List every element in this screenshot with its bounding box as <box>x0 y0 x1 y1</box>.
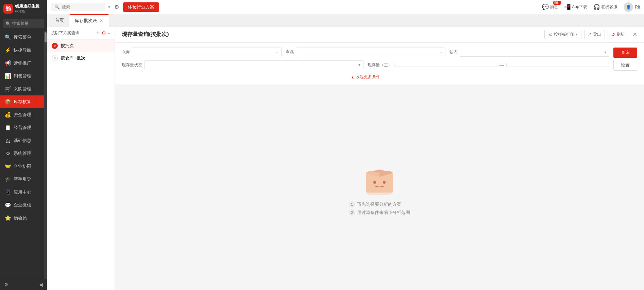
content-area: 按以下方案查询 + ⚙ « ↻ 按批次 ↻ 按 <box>47 26 644 290</box>
collapse-filter-btn[interactable]: ▲ 收起更多条件 <box>122 73 609 81</box>
tab-home[interactable]: 首页 <box>50 14 69 26</box>
topbar-search-icon: 🔍 <box>54 4 60 10</box>
experience-btn[interactable]: 体验行业方案 <box>123 2 159 12</box>
filter-row-1: 仓库 ··· 商品 ··· <box>122 48 609 57</box>
empty-illustration <box>359 159 400 197</box>
finance-icon: 💰 <box>5 112 11 118</box>
sidebar-title-block: 畅康通好生意 标准版 <box>15 3 39 14</box>
product-label: 商品 <box>286 50 294 55</box>
messages-action[interactable]: 💬 消息 99+ <box>542 4 558 10</box>
user-avatar-area[interactable]: 👤 Rit <box>624 2 640 12</box>
tab-inventory-batch[interactable]: 库存批次账 ✕ <box>69 14 109 26</box>
add-plan-btn[interactable]: + <box>96 30 99 36</box>
tab-close-btn[interactable]: ✕ <box>99 18 104 23</box>
newbie-icon: 🎓 <box>5 176 11 182</box>
sidebar-item-inventory[interactable]: 📦库存核算 <box>0 95 44 108</box>
stock-status-select[interactable]: ▾ <box>144 60 363 69</box>
empty-hint-2: 2 用过滤条件来缩小分析范围 <box>349 210 410 216</box>
operation-icon: 📋 <box>5 125 11 131</box>
sidebar-item-label: 基础信息 <box>14 138 31 144</box>
topbar-right: 💬 消息 99+ 📲 App下载 🎧 在线客服 👤 Rit <box>542 2 640 12</box>
sidebar-item-label: 资金管理 <box>14 112 31 118</box>
main-area: 🔍 ▾ ⚙ 体验行业方案 💬 消息 99+ 📲 App下载 🎧 在线客服 👤 <box>47 0 644 290</box>
sidebar-header: 畅 畅康通好生意 标准版 <box>0 0 47 16</box>
stock-status-label: 现存量状态 <box>122 62 142 68</box>
company-name: 畅康通好生意 <box>15 3 39 9</box>
refresh-btn[interactable]: ↺ 刷新 <box>608 30 628 39</box>
right-panel: 现存量查询(按批次) 🖨 按模板打印 ▾ ↗ 导出 ↺ 刷新 <box>115 26 644 290</box>
sidebar-item-search-menu[interactable]: 🔍搜索菜单 <box>0 31 44 44</box>
plan-icon-active: ↻ <box>52 43 58 49</box>
left-panel-actions: + ⚙ « <box>96 30 111 36</box>
tab-bar: 首页 库存批次账 ✕ <box>47 14 644 26</box>
app-download-icon: 📲 <box>564 4 571 10</box>
warehouse-label: 仓库 <box>122 50 130 55</box>
sidebar-item-sales[interactable]: 📊销售管理 <box>0 70 44 83</box>
sidebar-item-enterprise[interactable]: 🤝企业协同 <box>0 160 44 173</box>
quick-nav-icon: ⚡ <box>5 47 11 53</box>
status-arrow-icon: ▾ <box>604 50 606 55</box>
sidebar-item-basic[interactable]: 🗂基础信息 <box>0 134 44 147</box>
online-service-icon: 🎧 <box>593 4 600 10</box>
inventory-icon: 📦 <box>5 99 11 105</box>
topbar-search-input[interactable] <box>62 5 102 10</box>
status-select[interactable]: ▾ <box>460 48 609 57</box>
topbar-settings-icon[interactable]: ⚙ <box>114 4 119 10</box>
sidebar-item-member[interactable]: ⭐畅会员 <box>0 212 44 224</box>
product-dots-icon[interactable]: ··· <box>438 50 442 55</box>
filter-buttons: 查询 设置 <box>613 48 637 71</box>
sidebar-item-label: 销售管理 <box>14 73 31 79</box>
stock-qty-filter-group: 现存量（主） — <box>368 62 609 68</box>
bottom-collapse-icon[interactable]: ◀ <box>39 282 43 287</box>
plan-list: ↻ 按批次 ↻ 按仓库+批次 <box>47 40 115 64</box>
settings-btn[interactable]: 设置 <box>613 60 637 71</box>
plan-by-warehouse-batch[interactable]: ↻ 按仓库+批次 <box>47 52 115 64</box>
plan-settings-btn[interactable]: ⚙ <box>102 30 106 36</box>
bottom-settings-icon[interactable]: ⚙ <box>4 282 9 287</box>
sidebar-item-finance[interactable]: 💰资金管理 <box>0 108 44 121</box>
export-btn[interactable]: ↗ 导出 <box>584 30 605 39</box>
panel-close-icon[interactable]: ✕ <box>632 31 637 38</box>
topbar-dropdown-icon[interactable]: ▾ <box>108 5 110 10</box>
empty-hint-1: 1 请先选择要分析的方案 <box>349 201 410 207</box>
query-btn[interactable]: 查询 <box>613 48 637 58</box>
print-icon: 🖨 <box>548 32 553 37</box>
product-input[interactable]: ··· <box>296 48 445 57</box>
sidebar-item-quick-nav[interactable]: ⚡快捷导航 <box>0 44 44 57</box>
sidebar-item-system[interactable]: ⚙系统管理 <box>0 147 44 160</box>
stock-qty-max[interactable] <box>506 63 610 67</box>
search-label: 搜索菜单 <box>12 21 29 26</box>
stock-qty-min[interactable] <box>394 63 497 67</box>
warehouse-dots-icon[interactable]: ··· <box>274 50 278 55</box>
basic-icon: 🗂 <box>5 138 11 144</box>
plan-by-batch[interactable]: ↻ 按批次 <box>47 40 115 52</box>
page-header-actions: 🖨 按模板打印 ▾ ↗ 导出 ↺ 刷新 ✕ <box>544 30 637 39</box>
hint-text-2: 用过滤条件来缩小分析范围 <box>357 210 410 216</box>
sidebar-item-label: 采购管理 <box>14 86 31 92</box>
export-icon: ↗ <box>588 32 592 37</box>
sidebar-item-purchase[interactable]: 🛒采购管理 <box>0 83 44 95</box>
sidebar-item-label: 快捷导航 <box>14 47 31 53</box>
online-service-action[interactable]: 🎧 在线客服 <box>593 4 617 10</box>
stock-status-filter-group: 现存量状态 ▾ <box>122 60 363 69</box>
page-title: 现存量查询(按批次) <box>122 31 169 38</box>
sidebar-item-wechat[interactable]: 💬企业微信 <box>0 199 44 212</box>
sidebar-item-newbie[interactable]: 🎓新手引导 <box>0 173 44 186</box>
svg-point-5 <box>373 181 376 184</box>
print-btn[interactable]: 🖨 按模板打印 ▾ <box>544 30 581 39</box>
svg-point-6 <box>383 181 386 184</box>
warehouse-input[interactable]: ··· <box>132 48 282 57</box>
print-label: 按模板打印 <box>554 32 574 37</box>
sidebar-item-app-center[interactable]: 📱应用中心 <box>0 186 44 199</box>
topbar-search-box[interactable]: 🔍 <box>51 3 105 11</box>
message-label: 消息 <box>550 4 558 10</box>
print-dropdown-icon[interactable]: ▾ <box>576 32 578 37</box>
sidebar-item-operation[interactable]: 📋经营管理 <box>0 121 44 134</box>
sidebar-item-marketing[interactable]: 📢营销推广 <box>0 57 44 70</box>
left-panel-collapse-btn[interactable]: « <box>108 31 111 36</box>
app-download-action[interactable]: 📲 App下载 <box>564 4 587 10</box>
sidebar-search[interactable]: 🔍 搜索菜单 <box>3 19 44 28</box>
avatar: 👤 <box>624 2 633 12</box>
product-filter-group: 商品 ··· <box>286 48 445 57</box>
plan-by-batch-label: 按批次 <box>61 43 74 49</box>
